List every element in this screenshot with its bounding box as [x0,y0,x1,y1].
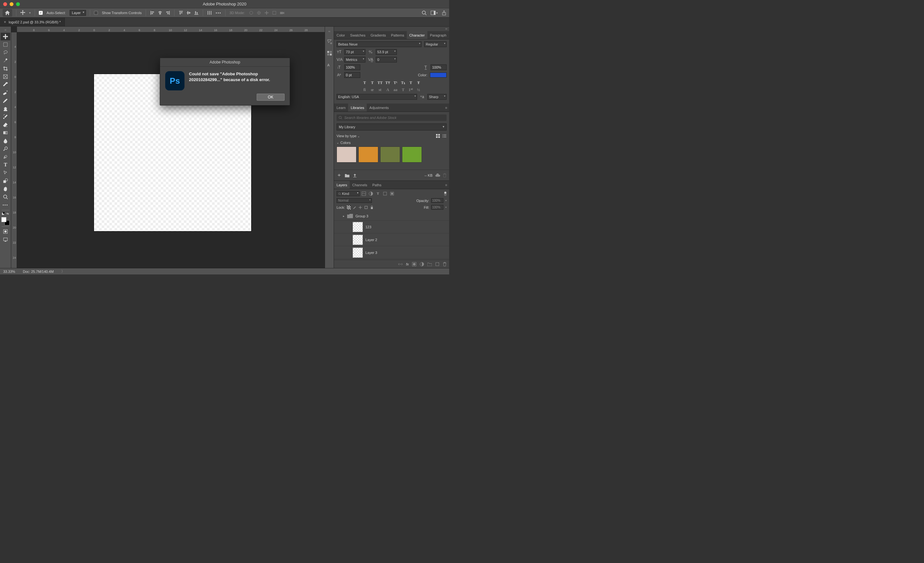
lock-position-icon[interactable] [358,205,362,210]
eyedropper-tool[interactable] [1,81,10,88]
frame-tool[interactable] [1,73,10,81]
zoom-level[interactable]: 33.33% [3,270,15,274]
panel-tab-character[interactable]: Character [407,31,428,39]
screen-mode-tool[interactable] [1,236,10,243]
move-tool[interactable] [1,33,10,40]
auto-select-target[interactable]: Layer [70,10,86,16]
panel-tab-paths[interactable]: Paths [370,181,384,189]
panel-tab-paragraph[interactable]: Paragraph [428,31,449,39]
vertical-ruler[interactable]: 42024681012141618202224 [11,32,17,268]
dodge-tool[interactable] [1,145,10,153]
history-brush-tool[interactable] [1,113,10,121]
3d-pan-icon[interactable] [264,10,269,15]
library-select[interactable]: My Library ▾ [336,123,447,130]
layer-row[interactable]: Layer 2 [334,234,449,246]
type-tool[interactable]: T [1,161,10,169]
baseline-input[interactable] [344,72,360,78]
more-options[interactable]: ••• [216,11,222,15]
magic-wand-tool[interactable] [1,57,10,64]
doc-info[interactable]: Doc: 25.7M/140.4M [23,270,54,274]
type-style-btn[interactable]: T [408,80,414,85]
doc-info-menu[interactable]: 〉 [61,269,65,274]
pen-tool[interactable] [1,153,10,161]
library-color-swatch[interactable] [402,147,422,163]
fill-input[interactable]: 100% [431,205,443,210]
filter-shape-icon[interactable] [383,192,387,196]
hand-tool[interactable] [1,185,10,193]
type-style-btn[interactable]: Tᴛ [385,80,391,85]
opentype-btn[interactable]: œ [370,87,375,93]
leading-select[interactable]: 53.9 pt [376,49,397,55]
opentype-btn[interactable]: T [400,87,406,93]
panel-tab-channels[interactable]: Channels [350,181,370,189]
opentype-btn[interactable]: 1ˢᵗ [408,87,414,93]
panel-tab-patterns[interactable]: Patterns [388,31,407,39]
workspace-switcher[interactable]: ▾ [430,10,438,15]
delete-layer-icon[interactable] [443,262,447,267]
text-color-swatch[interactable] [430,72,447,78]
layer-filter-kind[interactable]: Kind [336,191,360,196]
edit-toolbar[interactable]: ••• [1,201,10,209]
close-tab-icon[interactable]: × [4,20,6,24]
clone-stamp-tool[interactable] [1,105,10,112]
antialiasing-select[interactable]: Sharp [428,94,447,100]
panel-tab-layers[interactable]: Layers [334,181,350,189]
gradient-tool[interactable] [1,129,10,136]
distribute-icon[interactable] [207,10,212,15]
libraries-search-input[interactable] [344,116,445,120]
auto-select-checkbox[interactable]: ✓ [39,11,43,15]
disclosure-icon[interactable]: ▸ [343,214,345,218]
type-style-btn[interactable]: T [362,80,368,85]
lock-all-icon[interactable] [370,205,374,210]
vscale-input[interactable] [344,64,360,70]
view-by-type[interactable]: View by type ⌄ [336,134,360,138]
quick-mask-tool[interactable] [1,228,10,235]
opentype-btn[interactable]: fi [362,87,368,93]
tool-preset-dropdown[interactable]: ▾ [29,11,31,14]
brush-presets-icon[interactable] [327,39,332,45]
opentype-btn[interactable]: ½ [416,87,422,93]
search-icon[interactable] [422,10,427,15]
type-style-btn[interactable]: T₁ [400,80,406,85]
list-view-icon[interactable] [442,134,447,138]
opentype-btn[interactable]: A [385,87,391,93]
document-tab[interactable]: × logo02 2.psd @ 33.3% (RGB/8) * [0,18,65,26]
crop-tool[interactable] [1,65,10,72]
language-select[interactable]: English: USA [336,94,417,100]
align-left-icon[interactable] [150,10,155,15]
layer-row[interactable]: 123 [334,220,449,234]
tracking-select[interactable]: 0 [376,57,397,63]
align-bottom-icon[interactable] [194,10,199,15]
zoom-tool[interactable] [1,193,10,201]
panel-tab-learn[interactable]: Learn [334,103,348,112]
type-style-btn[interactable]: TT [377,80,383,85]
opentype-btn[interactable]: st [377,87,383,93]
panel-menu-icon[interactable]: ≡ [449,31,449,39]
blend-mode-select[interactable]: Normal [336,198,372,203]
shape-tool[interactable] [1,177,10,185]
layer-row[interactable]: Layer 3 [334,246,449,259]
3d-slide-icon[interactable] [272,10,277,15]
type-style-btn[interactable]: T¹ [393,80,399,85]
default-colors-icon[interactable] [2,212,5,215]
eraser-tool[interactable] [1,121,10,129]
panel-menu-icon[interactable]: ≡ [443,181,449,189]
3d-orbit-icon[interactable] [249,10,254,15]
font-size-select[interactable]: 73 pt [344,49,365,55]
visibility-toggle[interactable] [336,250,340,255]
font-style-select[interactable]: Regular [424,41,447,47]
link-layers-icon[interactable] [398,262,403,266]
panel-tab-libraries[interactable]: Libraries [348,103,367,112]
3d-rotate-icon[interactable] [256,10,261,15]
filter-smart-icon[interactable] [390,192,394,196]
collapse-panels-icon[interactable]: ›› [334,27,449,31]
lock-artboard-icon[interactable] [364,205,368,210]
add-content-icon[interactable]: ＋ [336,172,342,178]
visibility-toggle[interactable] [336,225,340,229]
panel-tab-color[interactable]: Color [334,31,348,39]
align-top-icon[interactable] [178,10,183,15]
panel-tab-swatches[interactable]: Swatches [348,31,368,39]
share-icon[interactable] [441,10,447,15]
show-transform-checkbox[interactable] [94,11,98,15]
path-selection-tool[interactable] [1,169,10,177]
